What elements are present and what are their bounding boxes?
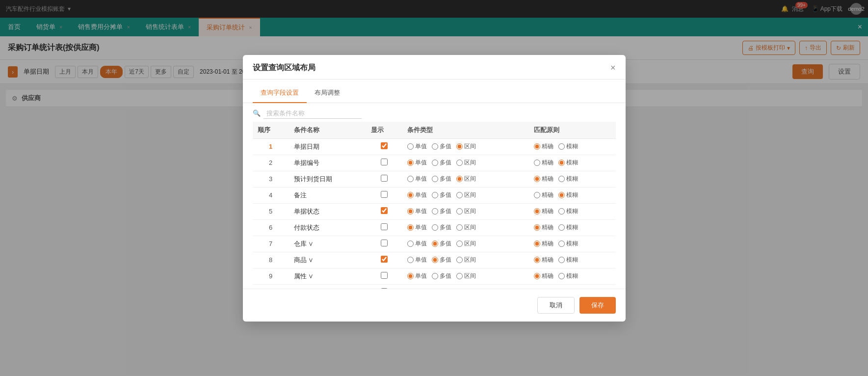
match-radio[interactable] bbox=[558, 224, 565, 231]
match-radio[interactable] bbox=[534, 257, 540, 263]
type-radio[interactable] bbox=[456, 160, 463, 166]
type-radio[interactable] bbox=[432, 208, 438, 215]
match-radio[interactable] bbox=[558, 241, 565, 247]
type-radio-item[interactable]: 单值 bbox=[407, 272, 427, 280]
tab-layout-adjust[interactable]: 布局调整 bbox=[307, 85, 348, 103]
type-radio[interactable] bbox=[456, 143, 463, 150]
row-display-checkbox[interactable] bbox=[381, 240, 388, 246]
type-radio-item[interactable]: 区间 bbox=[456, 159, 476, 167]
type-radio-item[interactable]: 单值 bbox=[407, 223, 427, 232]
type-radio-item[interactable]: 多值 bbox=[432, 175, 451, 183]
type-radio[interactable] bbox=[407, 257, 414, 263]
match-radio[interactable] bbox=[534, 143, 540, 150]
type-radio-item[interactable]: 多值 bbox=[432, 207, 451, 215]
match-radio-item[interactable]: 精确 bbox=[534, 207, 553, 215]
match-radio[interactable] bbox=[558, 143, 565, 150]
match-radio-item[interactable]: 精确 bbox=[534, 175, 553, 183]
type-radio[interactable] bbox=[407, 241, 414, 247]
row-display-checkbox[interactable] bbox=[381, 223, 388, 230]
row-display-checkbox[interactable] bbox=[381, 159, 388, 165]
match-radio[interactable] bbox=[558, 257, 565, 263]
type-radio[interactable] bbox=[456, 208, 463, 215]
type-radio-item[interactable]: 单值 bbox=[407, 142, 427, 151]
match-radio-item[interactable]: 精确 bbox=[534, 256, 553, 264]
row-display-checkbox[interactable] bbox=[381, 175, 388, 182]
save-btn[interactable]: 保存 bbox=[579, 297, 616, 314]
match-radio[interactable] bbox=[558, 208, 565, 215]
match-radio[interactable] bbox=[534, 224, 540, 231]
type-radio[interactable] bbox=[407, 160, 414, 166]
type-radio-item[interactable]: 单值 bbox=[407, 207, 427, 215]
row-display-checkbox[interactable] bbox=[381, 142, 388, 149]
type-radio-item[interactable]: 区间 bbox=[456, 256, 476, 264]
type-radio[interactable] bbox=[407, 192, 414, 198]
match-radio[interactable] bbox=[534, 160, 540, 166]
match-radio-item[interactable]: 模糊 bbox=[558, 142, 578, 151]
type-radio[interactable] bbox=[432, 143, 438, 150]
type-radio-item[interactable]: 区间 bbox=[456, 175, 476, 183]
type-radio-item[interactable]: 多值 bbox=[432, 191, 451, 199]
type-radio[interactable] bbox=[456, 192, 463, 198]
type-radio[interactable] bbox=[432, 224, 438, 231]
match-radio-item[interactable]: 精确 bbox=[534, 191, 553, 199]
type-radio-item[interactable]: 多值 bbox=[432, 240, 451, 248]
modal-close-btn[interactable]: × bbox=[610, 63, 616, 72]
match-radio[interactable] bbox=[558, 273, 565, 279]
match-radio-item[interactable]: 精确 bbox=[534, 240, 553, 248]
match-radio[interactable] bbox=[534, 176, 540, 182]
type-radio[interactable] bbox=[456, 273, 463, 279]
type-radio-item[interactable]: 多值 bbox=[432, 256, 451, 264]
condition-search-input[interactable] bbox=[263, 108, 362, 119]
type-radio-item[interactable]: 单值 bbox=[407, 175, 427, 183]
match-radio-item[interactable]: 模糊 bbox=[558, 175, 578, 183]
match-radio[interactable] bbox=[534, 241, 540, 247]
row-display-checkbox[interactable] bbox=[381, 272, 388, 279]
row-display-checkbox[interactable] bbox=[381, 207, 388, 214]
type-radio-item[interactable]: 多值 bbox=[432, 272, 451, 280]
type-radio-item[interactable]: 区间 bbox=[456, 272, 476, 280]
match-radio[interactable] bbox=[558, 160, 565, 166]
type-radio[interactable] bbox=[432, 273, 438, 279]
type-radio-item[interactable]: 区间 bbox=[456, 191, 476, 199]
type-radio[interactable] bbox=[456, 176, 463, 182]
type-radio-item[interactable]: 多值 bbox=[432, 142, 451, 151]
type-radio-item[interactable]: 多值 bbox=[432, 159, 451, 167]
match-radio-item[interactable]: 模糊 bbox=[558, 272, 578, 280]
tab-query-fields[interactable]: 查询字段设置 bbox=[253, 85, 307, 103]
type-radio-item[interactable]: 单值 bbox=[407, 256, 427, 264]
row-display-checkbox[interactable] bbox=[381, 256, 388, 263]
type-radio-item[interactable]: 区间 bbox=[456, 142, 476, 151]
type-radio[interactable] bbox=[456, 257, 463, 263]
type-radio[interactable] bbox=[432, 241, 438, 247]
type-radio[interactable] bbox=[432, 257, 438, 263]
match-radio[interactable] bbox=[558, 176, 565, 182]
type-radio[interactable] bbox=[456, 241, 463, 247]
match-radio-item[interactable]: 模糊 bbox=[558, 191, 578, 199]
match-radio-item[interactable]: 模糊 bbox=[558, 256, 578, 264]
type-radio[interactable] bbox=[407, 273, 414, 279]
match-radio-item[interactable]: 模糊 bbox=[558, 207, 578, 215]
type-radio[interactable] bbox=[407, 143, 414, 150]
match-radio-item[interactable]: 精确 bbox=[534, 142, 553, 151]
match-radio-item[interactable]: 精确 bbox=[534, 223, 553, 232]
type-radio-item[interactable]: 区间 bbox=[456, 223, 476, 232]
match-radio[interactable] bbox=[558, 192, 565, 198]
type-radio-item[interactable]: 多值 bbox=[432, 223, 451, 232]
match-radio[interactable] bbox=[534, 208, 540, 215]
type-radio-item[interactable]: 单值 bbox=[407, 159, 427, 167]
match-radio-item[interactable]: 模糊 bbox=[558, 240, 578, 248]
match-radio[interactable] bbox=[534, 192, 540, 198]
type-radio[interactable] bbox=[432, 192, 438, 198]
type-radio-item[interactable]: 单值 bbox=[407, 191, 427, 199]
type-radio[interactable] bbox=[407, 224, 414, 231]
type-radio[interactable] bbox=[432, 160, 438, 166]
type-radio-item[interactable]: 单值 bbox=[407, 240, 427, 248]
type-radio[interactable] bbox=[432, 176, 438, 182]
type-radio[interactable] bbox=[456, 224, 463, 231]
type-radio[interactable] bbox=[407, 176, 414, 182]
match-radio-item[interactable]: 模糊 bbox=[558, 223, 578, 232]
match-radio-item[interactable]: 精确 bbox=[534, 159, 553, 167]
type-radio[interactable] bbox=[407, 208, 414, 215]
type-radio-item[interactable]: 区间 bbox=[456, 207, 476, 215]
match-radio-item[interactable]: 模糊 bbox=[558, 159, 578, 167]
